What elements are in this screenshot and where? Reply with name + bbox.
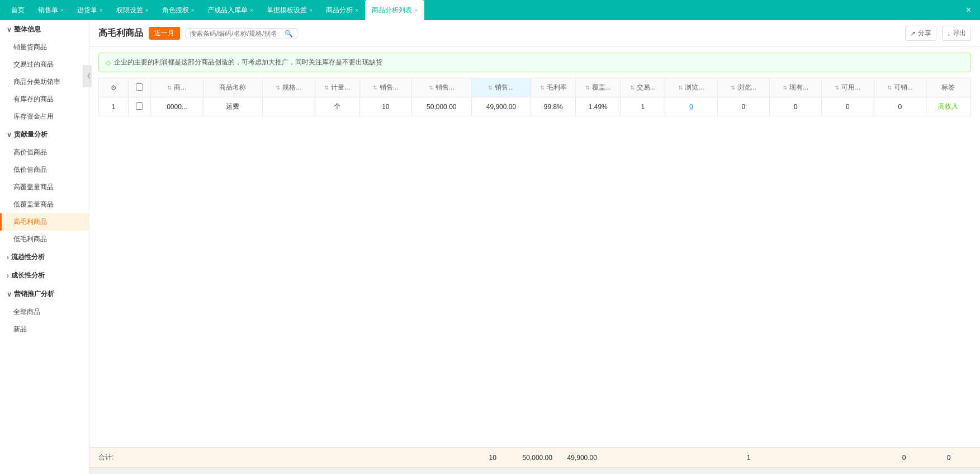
time-filter-button[interactable]: 近一月 — [149, 27, 180, 40]
th-sales3[interactable]: ⇅ 销售... — [471, 78, 531, 97]
sidebar-group-marketing[interactable]: ∨ 营销推广分析 — [0, 285, 89, 303]
th-sales2[interactable]: ⇅ 销售... — [411, 78, 471, 97]
th-spec[interactable]: ⇅ 规格... — [263, 78, 315, 97]
nav-permissions[interactable]: 权限设置 × — [110, 0, 155, 20]
page-title: 高毛利商品 — [98, 27, 143, 39]
nav-product-analysis-list[interactable]: 商品分析列表 × — [365, 0, 424, 20]
nav-close-product-inbound[interactable]: × — [250, 7, 253, 13]
nav-home[interactable]: 首页 — [4, 0, 31, 20]
settings-icon[interactable]: ⚙ — [111, 84, 117, 92]
table-wrap: ⚙ ⇅ 商... — [98, 78, 971, 447]
cell-stock3: 0 — [874, 97, 926, 116]
footer-sales1: 10 — [470, 454, 515, 462]
th-seq: ⚙ — [99, 78, 129, 97]
th-check — [129, 78, 151, 97]
content-area: 高毛利商品 近一月 🔍 ↗ 分享 ↓ 导出 ◇ 企业的主要的利润都是这部分商品创… — [89, 20, 980, 474]
cell-unit: 个 — [315, 97, 359, 116]
cell-seq: 1 — [99, 97, 129, 116]
arrow-down-icon-2: ∨ — [7, 131, 12, 139]
export-button[interactable]: ↓ 导出 — [942, 26, 971, 41]
cell-check — [129, 97, 151, 116]
th-sales1[interactable]: ⇅ 销售... — [359, 78, 411, 97]
sidebar: ∨ 整体信息 销量货商品 交易过的商品 商品分类助销率 有库存的商品 库存资金占… — [0, 20, 89, 474]
cell-gross-rate: 99.8% — [531, 97, 576, 116]
sidebar-item-all-goods[interactable]: 全部商品 — [0, 303, 89, 321]
nav-product-analysis[interactable]: 商品分析 × — [319, 0, 365, 20]
nav-roles[interactable]: 角色授权 × — [155, 0, 201, 20]
footer-stock2: 0 — [926, 454, 971, 462]
share-button[interactable]: ↗ 分享 — [905, 26, 936, 41]
nav-close-permissions[interactable]: × — [145, 7, 149, 13]
cell-browse2: 0 — [717, 97, 769, 116]
th-browse2[interactable]: ⇅ 浏览... — [717, 78, 769, 97]
sidebar-group-overall[interactable]: ∨ 整体信息 — [0, 20, 89, 39]
th-trade[interactable]: ⇅ 交易... — [621, 78, 665, 97]
footer-sales3: 49,900.00 — [560, 454, 604, 462]
nav-template-settings[interactable]: 单据模板设置 × — [260, 0, 319, 20]
top-navigation: 首页 销售单 × 进货单 × 权限设置 × 角色授权 × 产成品入库单 × 单据… — [0, 0, 980, 20]
nav-sales-order[interactable]: 销售单 × — [31, 0, 70, 20]
select-all-checkbox[interactable] — [136, 83, 143, 91]
footer-sales2: 50,000.00 — [515, 454, 560, 462]
sidebar-item-traded-goods[interactable]: 交易过的商品 — [0, 56, 89, 73]
sidebar-item-sales-goods[interactable]: 销量货商品 — [0, 39, 89, 56]
info-banner: ◇ 企业的主要的利润都是这部分商品创造的，可考虑加大推广，同时关注库存是不要出现… — [98, 53, 971, 72]
arrow-right-icon-2: › — [7, 272, 9, 280]
nav-product-inbound[interactable]: 产成品入库单 × — [201, 0, 260, 20]
sidebar-item-new-goods[interactable]: 新品 — [0, 321, 89, 338]
nav-close-template[interactable]: × — [309, 7, 313, 13]
nav-close-list[interactable]: × — [414, 7, 418, 13]
nav-close-purchase[interactable]: × — [100, 7, 103, 13]
search-wrap: 🔍 — [186, 28, 297, 39]
cell-sales3: 49,900.00 — [471, 97, 531, 116]
th-tag[interactable]: 标签 — [926, 78, 970, 97]
th-coverage[interactable]: ⇅ 覆盖... — [576, 78, 621, 97]
horizontal-scrollbar[interactable] — [89, 467, 980, 474]
sidebar-item-stock-goods[interactable]: 有库存的商品 — [0, 91, 89, 108]
sidebar-item-low-coverage[interactable]: 低覆盖量商品 — [0, 196, 89, 213]
th-code[interactable]: ⇅ 商... — [151, 78, 203, 97]
sidebar-group-trend[interactable]: › 流趋性分析 — [0, 248, 89, 266]
export-icon: ↓ — [947, 30, 950, 37]
sidebar-item-low-value[interactable]: 低价值商品 — [0, 161, 89, 179]
th-unit[interactable]: ⇅ 计量... — [315, 78, 359, 97]
th-stock-current[interactable]: ⇅ 现有... — [769, 78, 821, 97]
share-icon: ↗ — [910, 30, 916, 37]
sidebar-item-high-margin[interactable]: 高毛利商品 — [0, 213, 89, 231]
search-icon[interactable]: 🔍 — [285, 30, 293, 37]
sidebar-item-inventory-capital[interactable]: 库存资金占用 — [0, 108, 89, 125]
cell-trade: 1 — [621, 97, 665, 116]
data-table: ⚙ ⇅ 商... — [98, 78, 971, 116]
cell-sales1: 10 — [359, 97, 411, 116]
cell-name: 运费 — [203, 97, 263, 116]
cell-coverage: 1.49% — [576, 97, 621, 116]
window-close-button[interactable]: × — [962, 5, 976, 15]
nav-close-sales[interactable]: × — [60, 7, 64, 13]
sidebar-collapse-button[interactable]: 《 — [83, 65, 92, 87]
search-input[interactable] — [190, 30, 285, 37]
cell-sales2: 50,000.00 — [411, 97, 471, 116]
sidebar-group-contribution[interactable]: ∨ 贡献量分析 — [0, 125, 89, 144]
cell-stock1: 0 — [769, 97, 821, 116]
sidebar-item-low-margin[interactable]: 低毛利商品 — [0, 231, 89, 248]
table-header-row: ⚙ ⇅ 商... — [99, 78, 971, 97]
nav-close-roles[interactable]: × — [191, 7, 195, 13]
th-gross-rate[interactable]: ⇅ 毛利率 — [531, 78, 576, 97]
sidebar-group-growth[interactable]: › 成长性分析 — [0, 266, 89, 285]
sidebar-item-category-rate[interactable]: 商品分类助销率 — [0, 73, 89, 91]
cell-browse1: 0 — [665, 97, 717, 116]
th-browse1[interactable]: ⇅ 浏览... — [665, 78, 717, 97]
th-stock-sellable[interactable]: ⇅ 可销... — [874, 78, 926, 97]
sidebar-item-high-value[interactable]: 高价值商品 — [0, 144, 89, 161]
row-checkbox[interactable] — [136, 102, 143, 110]
footer-label: 合计: — [98, 453, 113, 462]
browse1-link[interactable]: 0 — [689, 103, 693, 111]
main-layout: 《 ∨ 整体信息 销量货商品 交易过的商品 商品分类助销率 有库存的商品 库存资… — [0, 20, 980, 474]
cell-stock2: 0 — [822, 97, 874, 116]
sidebar-item-high-coverage[interactable]: 高覆盖量商品 — [0, 179, 89, 196]
nav-purchase[interactable]: 进货单 × — [70, 0, 110, 20]
th-name[interactable]: 商品名称 — [203, 78, 263, 97]
nav-close-product-analysis[interactable]: × — [355, 7, 358, 13]
th-stock-available[interactable]: ⇅ 可用... — [822, 78, 874, 97]
arrow-down-icon-3: ∨ — [7, 290, 12, 298]
